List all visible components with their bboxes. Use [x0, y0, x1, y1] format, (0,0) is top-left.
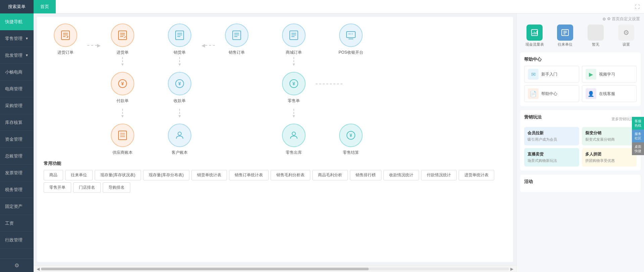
purchase-order-icon — [54, 24, 77, 47]
fullscreen-icon[interactable]: ⛶ — [634, 3, 641, 10]
pos-icon — [339, 24, 363, 47]
func-btn-purchase-stat[interactable]: 进货单统计表 — [459, 170, 494, 180]
flow-node-receipt[interactable]: ¥ 收款单 — [158, 72, 201, 104]
main-card: 进货订单 ▶ 进货单 — [37, 17, 513, 262]
content-area: 进货订单 ▶ 进货单 — [34, 13, 644, 272]
sidebar-item-quick-nav[interactable]: 快捷导航 — [0, 13, 34, 30]
mall-order-icon — [282, 24, 306, 47]
sidebar-item-label: 总账管理 — [5, 153, 22, 159]
shortcut-item-none[interactable]: 暂无 — [582, 25, 610, 47]
help-item-video[interactable]: ▶ 视频学习 — [582, 66, 637, 83]
svg-point-34 — [178, 132, 181, 135]
func-btn-stock1[interactable]: 现存量(库存状况表) — [95, 170, 141, 180]
flow-node-pos[interactable]: POS收银开台 — [329, 24, 373, 55]
sidebar-item-tax[interactable]: 税务管理 — [0, 181, 34, 198]
doc-icon: 📄 — [528, 88, 539, 99]
flow-node-retail[interactable]: ¥ 零售单 — [272, 72, 316, 104]
sidebar-item-label: 资金管理 — [5, 136, 22, 142]
sidebar-item-label: 行政管理 — [5, 237, 22, 243]
float-btn-service[interactable]: 客服热线 — [632, 117, 644, 130]
svg-rect-22 — [348, 33, 351, 35]
func-btn-stock2[interactable]: 现存量(库存分布表) — [143, 170, 189, 180]
func-btn-sale-order-stat[interactable]: 销售订单统计表 — [229, 170, 269, 180]
marketing-item-member[interactable]: 会员拉新 吸引用户成为会员 — [524, 127, 579, 145]
shortcut-item-cashflow[interactable]: 现金流量表 — [521, 25, 549, 47]
flow-node-mall-order[interactable]: 商城订单 — [272, 24, 316, 55]
flow-node-sales-order[interactable]: 销售订单 — [215, 24, 259, 55]
marketing-item-live[interactable]: 直播卖货 场景式购物新玩法 — [524, 148, 579, 167]
none-icon — [588, 25, 604, 41]
retail-label: 零售单 — [288, 98, 300, 104]
svg-point-35 — [292, 132, 295, 135]
sidebar-item-label: 电商管理 — [5, 86, 22, 92]
fission-desc: 裂变式发展分销商 — [585, 137, 634, 142]
func-btn-receipt-stat[interactable]: 收款情况统计 — [383, 170, 419, 180]
float-btn-community[interactable]: 服务社区 — [632, 130, 644, 142]
help-grid: ✉ 新手入门 ▶ 视频学习 📄 帮助中心 👤 在线客服 — [524, 66, 637, 102]
sidebar-item-finance[interactable]: 资金管理 — [0, 131, 34, 148]
flow-node-customer-account[interactable]: 客户账本 — [158, 124, 201, 155]
sidebar-item-xcec[interactable]: 小畅电商 — [0, 64, 34, 81]
flow-node-payment[interactable]: ¥ 付款单 — [101, 72, 144, 104]
person-icon: 👤 — [586, 88, 596, 99]
help-item-help[interactable]: 📄 帮助中心 — [524, 85, 579, 102]
sidebar-item-salary[interactable]: 工资 — [0, 215, 34, 232]
sidebar-item-assets[interactable]: 固定资产 — [0, 198, 34, 215]
func-btn-store-rank[interactable]: 门店排名 — [73, 182, 101, 193]
scroll-left-icon[interactable]: ◀ — [35, 267, 41, 271]
func-btn-profit2[interactable]: 商品毛利分析 — [312, 170, 348, 180]
activity-section: 活动 — [520, 175, 641, 192]
flow-node-sale[interactable]: 销货单 — [158, 24, 201, 55]
float-btn-desktop[interactable]: 桌面快捷 — [632, 142, 644, 155]
help-item-service[interactable]: 👤 在线客服 — [582, 85, 637, 102]
search-menu-button[interactable]: 搜索菜单 — [0, 0, 34, 13]
help-item-beginner[interactable]: ✉ 新手入门 — [524, 66, 579, 83]
func-btn-guide-rank[interactable]: 导购排名 — [103, 182, 130, 193]
func-btn-goods[interactable]: 商品 — [44, 170, 63, 180]
flow-node-retail-settle[interactable]: ¥ 零售结算 — [329, 124, 373, 155]
marketing-title: 营销玩法 — [524, 114, 542, 120]
marketing-item-fission[interactable]: 裂变分销 裂变式发展分销商 — [582, 127, 637, 145]
shortcut-item-contacts[interactable]: 往来单位 — [551, 25, 579, 47]
chevron-down-icon: ▼ — [25, 37, 29, 40]
svg-rect-23 — [352, 33, 353, 35]
sidebar-item-ledger[interactable]: 总账管理 — [0, 148, 34, 165]
func-btn-profit1[interactable]: 销售毛利分析表 — [271, 170, 310, 180]
settings-icon[interactable]: ⚙ — [14, 262, 19, 269]
scroll-right-icon[interactable]: ▶ — [509, 267, 515, 271]
activity-title: 活动 — [524, 179, 637, 185]
flow-node-supplier-account[interactable]: 供应商账本 — [101, 124, 144, 155]
flow-node-purchase-order[interactable]: 进货订单 — [44, 24, 87, 55]
sidebar-item-inventory[interactable]: 库存核算 — [0, 114, 34, 131]
svg-text:¥: ¥ — [292, 81, 295, 86]
flow-node-retail-out[interactable]: 零售出库 — [272, 124, 316, 155]
sidebar-item-retail[interactable]: 零售管理 ▼ — [0, 30, 34, 47]
sidebar-item-wholesale[interactable]: 批发管理 ▼ — [0, 47, 34, 64]
customer-account-icon — [168, 124, 191, 147]
func-btn-rank[interactable]: 销售排行榜 — [350, 170, 381, 180]
flow-node-purchase[interactable]: 进货单 — [101, 24, 144, 55]
marketing-item-group[interactable]: 多人拼团 拼团购物享受优惠 — [582, 148, 637, 167]
main-layout: 快捷导航 零售管理 ▼ 批发管理 ▼ 小畅电商 电商管理 采购管理 库存核算 资… — [0, 13, 644, 272]
func-btn-retail-order[interactable]: 零售开单 — [44, 182, 71, 193]
retail-icon: ¥ — [282, 72, 306, 95]
func-btn-contacts[interactable]: 往来单位 — [65, 170, 93, 180]
scrollbar-thumb[interactable] — [41, 268, 369, 270]
sidebar-item-ecommerce[interactable]: 电商管理 — [0, 81, 34, 97]
func-btn-payment-stat[interactable]: 付款情况统计 — [421, 170, 457, 180]
sidebar: 快捷导航 零售管理 ▼ 批发管理 ▼ 小畅电商 电商管理 采购管理 库存核算 资… — [0, 13, 34, 272]
customize-settings-link[interactable]: ⚙ ⚙ 首页自定义设置 — [602, 16, 640, 22]
right-panel: ⚙ ⚙ 首页自定义设置 现金流量表 往来单位 — [516, 13, 644, 272]
mail-icon: ✉ — [528, 69, 539, 80]
sidebar-item-admin[interactable]: 行政管理 — [0, 232, 34, 248]
scrollbar-track[interactable] — [41, 268, 509, 270]
supplier-account-icon — [111, 124, 134, 147]
tab-home[interactable]: 首页 — [34, 0, 56, 13]
func-btn-sale-stat[interactable]: 销货单统计表 — [191, 170, 227, 180]
sidebar-item-label: 零售管理 — [5, 36, 22, 42]
sidebar-item-purchase[interactable]: 采购管理 — [0, 97, 34, 114]
sidebar-item-invoice[interactable]: 发票管理 — [0, 165, 34, 181]
help-center-section: 帮助中心 ✉ 新手入门 ▶ 视频学习 📄 帮助中心 👤 — [520, 52, 641, 106]
shortcut-item-settings[interactable]: ⚙ 设置 — [612, 25, 640, 47]
marketing-section: 营销玩法 更多营销玩法 > 会员拉新 吸引用户成为会员 裂变分销 裂变式发展分销… — [520, 110, 641, 171]
